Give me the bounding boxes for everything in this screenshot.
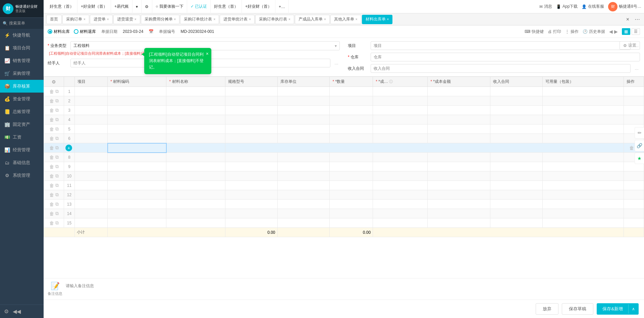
cell-cost-amount[interactable]	[428, 106, 490, 115]
cell-qty[interactable]	[330, 134, 373, 143]
cell-contract[interactable]	[490, 162, 542, 171]
cell-name[interactable]	[166, 190, 225, 200]
tab-home[interactable]: 首页	[46, 15, 62, 24]
sidebar-item-project[interactable]: 📋 项目合同	[0, 42, 44, 54]
tab-close-icon[interactable]: ×	[107, 17, 109, 21]
cell-qty[interactable]	[330, 162, 373, 171]
delete-icon[interactable]: 🗑	[49, 136, 54, 141]
cell-project[interactable]	[75, 153, 108, 162]
tooltip-close-btn[interactable]: ×	[206, 50, 209, 57]
cell-project[interactable]	[75, 124, 108, 134]
cell-project[interactable]	[75, 96, 108, 106]
save-new-arrow-btn[interactable]: ∧	[628, 304, 638, 314]
copy-icon[interactable]: ⧉	[55, 192, 59, 198]
cell-spec[interactable]	[225, 153, 277, 162]
cell-code[interactable]	[108, 87, 166, 96]
cell-code[interactable]	[108, 124, 166, 134]
cell-qty[interactable]	[330, 171, 373, 181]
cell-project[interactable]	[75, 115, 108, 124]
sidebar-item-sales[interactable]: 📈 销售管理	[0, 54, 44, 67]
tab-purchase-expense[interactable]: 采购费用分摊单 ×	[141, 15, 180, 24]
collapse-icon[interactable]: ◀◀	[13, 308, 21, 315]
cell-name[interactable]	[166, 162, 225, 171]
cell-code[interactable]	[108, 96, 166, 106]
cell-available[interactable]	[542, 162, 624, 171]
tab-purchase-exec[interactable]: 采购订单执行表 ×	[255, 15, 294, 24]
cell-contract[interactable]	[490, 87, 542, 96]
cell-cost-price[interactable]	[373, 87, 428, 96]
cell-code[interactable]	[108, 171, 166, 181]
tab-close-icon[interactable]: ×	[324, 17, 326, 21]
online-service-btn[interactable]: 👤 在线客服	[582, 4, 604, 9]
message-btn[interactable]: ✉ 消息	[539, 4, 552, 9]
nav-more[interactable]: +…	[275, 0, 289, 13]
cell-unit[interactable]	[277, 171, 330, 181]
list-view-btn[interactable]: ☰	[632, 28, 640, 35]
tab-purchase-return[interactable]: 进货退货 ×	[113, 15, 140, 24]
cell-available[interactable]	[542, 115, 624, 124]
cell-available[interactable]	[542, 153, 624, 162]
cell-available[interactable]	[542, 218, 624, 228]
cell-code[interactable]	[108, 200, 166, 209]
cell-available[interactable]	[542, 171, 624, 181]
cell-cost-price[interactable]	[373, 153, 428, 162]
cell-spec[interactable]	[225, 190, 277, 200]
cell-qty[interactable]	[330, 200, 373, 209]
nav-link-good-biz[interactable]: 好生意（首）	[46, 0, 77, 13]
cell-unit[interactable]	[277, 134, 330, 143]
cell-contract[interactable]	[490, 153, 542, 162]
delete-icon[interactable]: 🗑	[49, 220, 54, 226]
nav-certified[interactable]: ✓ 已认证	[187, 0, 211, 13]
delete-icon[interactable]: 🗑	[49, 164, 54, 169]
tab-more-options[interactable]: ⋯	[633, 15, 641, 23]
cell-cost-price[interactable]	[373, 106, 428, 115]
cell-name[interactable]	[166, 171, 225, 181]
app-download-btn[interactable]: 📱 App下载	[556, 4, 578, 9]
cell-cost-amount[interactable]	[428, 124, 490, 134]
cell-contract[interactable]	[490, 171, 542, 181]
discard-btn[interactable]: 放弃	[536, 303, 558, 315]
cell-name[interactable]	[166, 143, 225, 153]
copy-icon[interactable]: ⧉	[55, 98, 59, 104]
radio-material-return[interactable]: 材料退库	[74, 29, 96, 35]
cell-contract[interactable]	[490, 106, 542, 115]
prev-arrow[interactable]: ◀	[609, 29, 613, 34]
nav-good-finance2[interactable]: +好业财（首）	[242, 0, 275, 13]
tab-close-icon[interactable]: ×	[174, 17, 176, 21]
cell-qty[interactable]	[330, 106, 373, 115]
income-contract-input[interactable]	[371, 64, 631, 73]
cell-cost-amount[interactable]	[428, 134, 490, 143]
cell-project[interactable]	[75, 190, 108, 200]
cell-contract[interactable]	[490, 200, 542, 209]
tab-close-icon[interactable]: ×	[288, 17, 290, 21]
cell-unit[interactable]	[277, 181, 330, 190]
float-link-icon[interactable]: 🔗	[635, 140, 644, 151]
cell-name[interactable]	[166, 96, 225, 106]
cell-unit[interactable]	[277, 124, 330, 134]
cell-qty[interactable]	[330, 190, 373, 200]
cell-contract[interactable]	[490, 181, 542, 190]
cell-unit[interactable]	[277, 162, 330, 171]
cell-unit[interactable]	[277, 106, 330, 115]
cell-name[interactable]	[166, 87, 225, 96]
cell-unit[interactable]	[277, 87, 330, 96]
cell-cost-amount[interactable]	[428, 87, 490, 96]
tab-purchase-order[interactable]: 采购订单 ×	[62, 15, 89, 24]
sidebar-item-basic[interactable]: 🗂 基础信息	[0, 156, 44, 169]
cell-qty[interactable]	[330, 218, 373, 228]
cell-project[interactable]	[75, 162, 108, 171]
cell-spec[interactable]	[225, 181, 277, 190]
delete-icon[interactable]: 🗑	[49, 108, 54, 113]
sidebar-item-assets[interactable]: 🏢 固定资产	[0, 118, 44, 131]
cell-unit[interactable]	[277, 96, 330, 106]
cell-cost-amount[interactable]	[428, 200, 490, 209]
cell-spec[interactable]	[225, 134, 277, 143]
cell-project[interactable]	[75, 181, 108, 190]
cell-code[interactable]	[108, 190, 166, 200]
settings-icon[interactable]: ⚙	[4, 308, 9, 315]
tab-close-icon[interactable]: ×	[84, 17, 86, 21]
th-settings[interactable]: ⚙	[44, 77, 64, 87]
delete-icon[interactable]: 🗑	[49, 145, 54, 151]
copy-icon[interactable]: ⧉	[55, 145, 59, 151]
cell-code[interactable]	[108, 153, 166, 162]
